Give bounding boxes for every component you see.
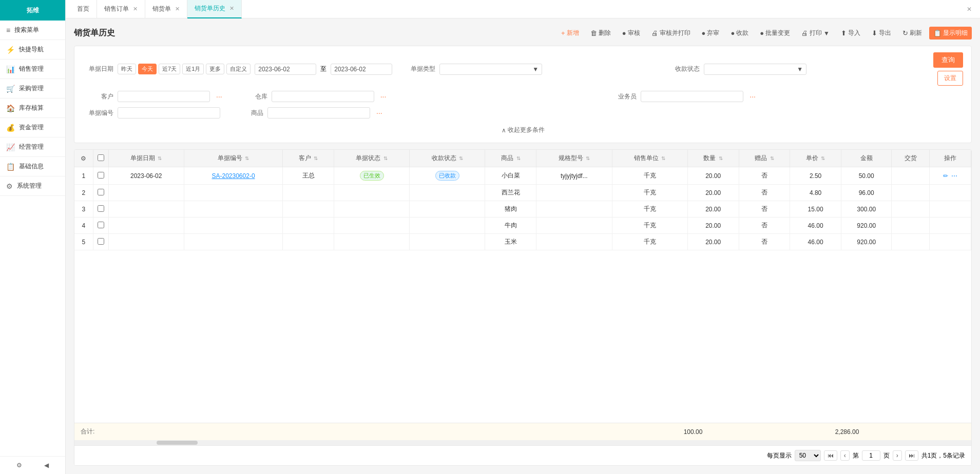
date-7days-btn[interactable]: 近7天 [159,64,180,74]
payment-status-select[interactable]: ▼ [704,64,806,75]
audit-button[interactable]: ● 审核 [618,27,644,40]
th-settings[interactable]: ⚙ [74,150,93,167]
add-button[interactable]: + 新增 [557,27,583,40]
tab-sales-history[interactable]: 销货单历史 ✕ [187,0,242,18]
row-checkbox[interactable] [93,167,108,185]
sidebar-collapse-icon[interactable]: ◀ [44,462,49,469]
sidebar-setting-icon[interactable]: ⚙ [16,462,22,469]
row-action[interactable] [929,201,971,218]
date-today-btn[interactable]: 今天 [138,64,157,74]
date-1month-btn[interactable]: 近1月 [182,64,204,74]
th-unit-price[interactable]: 单价 ⇅ [790,150,841,167]
first-page-button[interactable]: ⏮ [824,450,837,461]
tab-sales-delivery-close[interactable]: ✕ [175,6,180,12]
import-button[interactable]: ⬆ 导入 [837,27,864,40]
salesperson-ellipsis[interactable]: ··· [747,92,758,101]
tab-home[interactable]: 首页 [70,0,97,18]
sidebar-item-sales-mgmt[interactable]: 📊 销售管理 [0,60,65,79]
sidebar-item-quick-nav[interactable]: ⚡ 快捷导航 [0,40,65,60]
doc-type-select[interactable]: ▼ [439,64,542,75]
abandon-button[interactable]: ● 弃审 [698,27,724,40]
tab-sales-history-close[interactable]: ✕ [229,5,234,12]
receive-button[interactable]: ● 收款 [726,27,753,40]
customer-ellipsis[interactable]: ··· [214,92,224,101]
collapse-button[interactable]: ∧ 收起更多条件 [83,124,963,136]
tab-sales-order-close[interactable]: ✕ [133,6,138,12]
date-from-input[interactable] [255,64,316,75]
th-doc-status[interactable]: 单据状态 ⇅ [334,150,409,167]
date-custom-btn[interactable]: 自定义 [226,64,251,74]
row-action[interactable] [929,218,971,234]
th-doc-no[interactable]: 单据编号 ⇅ [184,150,282,167]
prev-page-button[interactable]: ‹ [840,450,850,461]
window-close-button[interactable]: ✕ [963,4,976,15]
date-to-input[interactable] [331,64,392,75]
row-checkbox[interactable] [93,201,108,218]
warehouse-ellipsis[interactable]: ··· [378,92,389,101]
th-date[interactable]: 单据日期 ⇅ [108,150,184,167]
print-button[interactable]: 🖨 打印 ▼ [797,27,834,40]
action-edit[interactable]: ✏ [943,172,948,180]
th-checkbox[interactable] [93,150,108,167]
th-unit[interactable]: 销售单位 ⇅ [612,150,687,167]
row-checkbox-input[interactable] [98,238,104,245]
th-payment-status[interactable]: 收款状态 ⇅ [410,150,485,167]
query-button[interactable]: 查询 [933,52,963,68]
sidebar-item-search-menu[interactable]: ≡ 搜索菜单 [0,21,65,40]
last-page-button[interactable]: ⏭ [905,450,918,461]
action-more[interactable]: ⋯ [951,172,957,180]
sidebar-item-purchase-mgmt[interactable]: 🛒 采购管理 [0,79,65,98]
filter-settings-button[interactable]: 设置 [937,71,963,86]
warehouse-input[interactable] [272,91,374,102]
batch-change-button[interactable]: ● 批量变更 [756,27,794,40]
row-action[interactable] [929,185,971,201]
export-button[interactable]: ⬇ 导出 [868,27,895,40]
salesperson-input[interactable] [641,91,743,102]
sidebar-item-basic-info[interactable]: 📋 基础信息 [0,157,65,176]
row-doc-no[interactable]: SA-20230602-0 [184,167,282,185]
th-spec[interactable]: 规格型号 ⇅ [536,150,612,167]
row-checkbox-input[interactable] [98,222,104,228]
next-page-button[interactable]: › [893,450,902,461]
th-customer[interactable]: 客户 ⇅ [283,150,334,167]
row-doc-no[interactable] [184,234,282,250]
horizontal-scrollbar[interactable] [74,440,971,445]
row-checkbox-input[interactable] [98,172,104,179]
tab-sales-order[interactable]: 销售订单 ✕ [97,0,145,18]
row-doc-no[interactable] [184,218,282,234]
date-yesterday-btn[interactable]: 昨天 [118,64,136,74]
th-transaction[interactable]: 交货 [892,150,929,167]
row-checkbox[interactable] [93,234,108,250]
sidebar-item-finance[interactable]: 💰 资金管理 [0,118,65,137]
row-action[interactable] [929,234,971,250]
row-checkbox-input[interactable] [98,205,104,212]
th-quantity[interactable]: 数量 ⇅ [687,150,739,167]
sidebar-item-operation[interactable]: 📈 经营管理 [0,137,65,157]
current-page-input[interactable] [862,450,880,461]
row-checkbox[interactable] [93,185,108,201]
tab-sales-delivery[interactable]: 销货单 ✕ [145,0,187,18]
row-action[interactable]: ✏⋯ [929,167,971,185]
product-ellipsis[interactable]: ··· [374,109,385,117]
doc-no-link[interactable]: SA-20230602-0 [212,172,255,180]
row-checkbox-input[interactable] [98,189,104,195]
sidebar-item-sys-mgmt[interactable]: ⚙ 系统管理 [0,176,65,196]
scrollbar-thumb[interactable] [157,441,198,445]
show-detail-button[interactable]: 📋 显示明细 [929,27,972,40]
table-scroll[interactable]: ⚙ 单据日期 ⇅ 单据编号 ⇅ [74,150,971,423]
refresh-button[interactable]: ↻ 刷新 [898,27,926,40]
select-all-checkbox[interactable] [98,154,104,161]
doc-no-input[interactable] [118,107,220,118]
th-gift[interactable]: 赠品 ⇅ [739,150,790,167]
audit-print-button[interactable]: 🖨 审核并打印 [647,27,695,40]
product-input[interactable] [267,107,370,118]
row-doc-no[interactable] [184,201,282,218]
row-doc-no[interactable] [184,185,282,201]
date-more-btn[interactable]: 更多 [206,64,224,74]
delete-button[interactable]: 🗑 删除 [586,27,615,40]
row-checkbox[interactable] [93,218,108,234]
customer-input[interactable] [118,91,210,102]
th-amount[interactable]: 金额 [841,150,891,167]
sidebar-item-inventory[interactable]: 🏠 库存核算 [0,98,65,118]
th-product[interactable]: 商品 ⇅ [485,150,536,167]
